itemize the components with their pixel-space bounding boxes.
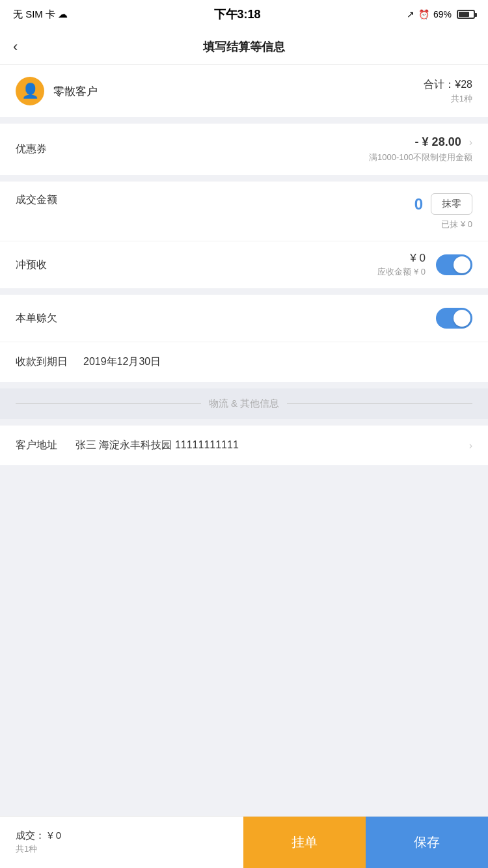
- location-icon: ↗: [407, 9, 414, 20]
- logistics-label: 物流 & 其他信息: [209, 398, 279, 410]
- bottom-bar: 成交： ¥ 0 共1种 挂单 保存: [0, 816, 488, 868]
- deal-value[interactable]: 0: [414, 195, 423, 213]
- status-bar: 无 SIM 卡 ☁ 下午3:18 ↗ ⏰ 69%: [0, 0, 488, 29]
- customer-left: 👤 零散客户: [16, 77, 98, 105]
- sim-status: 无 SIM 卡 ☁: [13, 8, 68, 21]
- prepay-receivable: 应收金额 ¥ 0: [377, 266, 426, 278]
- prepay-right: ¥ 0 应收金额 ¥ 0: [377, 252, 472, 278]
- divider-left: [16, 403, 201, 404]
- credit-section: 本单赊欠 收款到期日 2019年12月30日: [0, 295, 488, 382]
- logistics-header: 物流 & 其他信息: [0, 388, 488, 419]
- coupon-right: - ¥ 28.00 › 满1000-100不限制使用金额: [369, 135, 472, 163]
- coupon-row[interactable]: 优惠券 - ¥ 28.00 › 满1000-100不限制使用金额: [0, 124, 488, 175]
- prepay-row: 冲预收 ¥ 0 应收金额 ¥ 0: [0, 241, 488, 288]
- battery-icon: [457, 10, 475, 19]
- bottom-info: 成交： ¥ 0 共1种: [0, 830, 243, 855]
- customer-right: 合计：¥28 共1种: [424, 78, 472, 105]
- bottom-deal-label: 成交：: [16, 830, 45, 841]
- prepay-toggle[interactable]: [436, 254, 472, 275]
- battery-percent: 69%: [433, 9, 452, 20]
- prepay-amount: ¥ 0: [377, 252, 426, 265]
- avatar-icon: 👤: [21, 83, 39, 100]
- deal-row: 成交金额 0 抹零: [0, 182, 488, 219]
- due-date: 2019年12月30日: [83, 355, 161, 369]
- bottom-deal-value: ¥ 0: [47, 830, 61, 841]
- credit-toggle[interactable]: [436, 308, 472, 329]
- customer-name: 零散客户: [53, 84, 98, 99]
- coupon-value: - ¥ 28.00: [415, 135, 461, 149]
- address-chevron-icon: ›: [469, 440, 472, 452]
- total-count: 共1种: [424, 93, 472, 105]
- total-amount: 合计：¥28: [424, 78, 472, 92]
- status-left: 无 SIM 卡 ☁: [13, 8, 68, 21]
- coupon-label: 优惠券: [16, 142, 47, 156]
- content: 👤 零散客户 合计：¥28 共1种 优惠券 - ¥ 28.00 › 满1000-…: [0, 65, 488, 530]
- nav-bar: ‹ 填写结算等信息: [0, 29, 488, 65]
- due-label: 收款到期日: [16, 355, 68, 369]
- bottom-deal-amount: 成交： ¥ 0: [16, 830, 228, 842]
- customer-section: 👤 零散客户 合计：¥28 共1种: [0, 65, 488, 117]
- divider-right: [287, 403, 472, 404]
- status-time: 下午3:18: [214, 7, 261, 22]
- credit-label: 本单赊欠: [16, 312, 57, 325]
- status-right: ↗ ⏰ 69%: [407, 9, 475, 20]
- avatar: 👤: [16, 77, 44, 105]
- due-row: 收款到期日 2019年12月30日: [0, 342, 488, 382]
- page-title: 填写结算等信息: [203, 39, 285, 55]
- deal-section: 成交金额 0 抹零 已抹 ¥ 0 冲预收 ¥ 0 应收金额 ¥ 0: [0, 182, 488, 288]
- prepay-label: 冲预收: [16, 258, 47, 272]
- save-button[interactable]: 保存: [366, 817, 488, 869]
- hold-button[interactable]: 挂单: [243, 817, 366, 869]
- deal-label: 成交金额: [16, 193, 57, 207]
- address-row[interactable]: 客户地址 张三 海淀永丰科技园 11111111111 ›: [0, 426, 488, 465]
- back-button[interactable]: ‹: [13, 38, 18, 55]
- bottom-count: 共1种: [16, 843, 228, 855]
- address-label: 客户地址: [16, 439, 68, 452]
- prepay-amounts: ¥ 0 应收金额 ¥ 0: [377, 252, 426, 278]
- coupon-subtext: 满1000-100不限制使用金额: [369, 152, 472, 163]
- coupon-chevron-icon: ›: [469, 137, 472, 148]
- coupon-section[interactable]: 优惠券 - ¥ 28.00 › 满1000-100不限制使用金额: [0, 124, 488, 175]
- alarm-icon: ⏰: [418, 9, 429, 20]
- deal-sub: 已抹 ¥ 0: [0, 219, 488, 241]
- deal-right: 0 抹零: [414, 193, 472, 215]
- address-section[interactable]: 客户地址 张三 海淀永丰科技园 11111111111 ›: [0, 426, 488, 465]
- round-button[interactable]: 抹零: [431, 193, 472, 215]
- credit-row: 本单赊欠: [0, 295, 488, 342]
- address-value: 张三 海淀永丰科技园 11111111111: [75, 439, 461, 452]
- customer-row: 👤 零散客户 合计：¥28 共1种: [0, 65, 488, 117]
- logistics-section: 物流 & 其他信息: [0, 388, 488, 419]
